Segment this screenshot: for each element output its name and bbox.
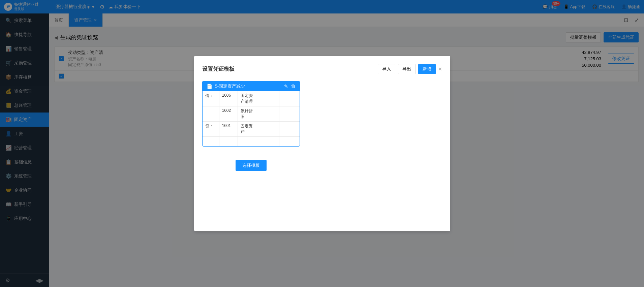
entry-direction-1: 借： (203, 91, 219, 106)
entry-name-3: 固定资产 (238, 122, 259, 136)
delete-template-icon[interactable]: 🗑 (291, 84, 296, 89)
new-template-button[interactable]: 新增 (418, 64, 436, 74)
entry-direction-2 (203, 106, 219, 121)
entry-code-1: 1606 (219, 91, 238, 106)
entry-name-1: 固定资产清理 (238, 91, 259, 106)
modal-title: 设置凭证模板 (202, 66, 235, 73)
template-name: 5-固定资产减少 (215, 83, 245, 89)
import-button[interactable]: 导入 (378, 64, 395, 74)
entry-credit-3 (279, 122, 300, 136)
entry-debit-2 (259, 106, 279, 121)
template-card: 📄 5-固定资产减少 ✎ 🗑 借： 1606 固定资产清理 (202, 81, 300, 147)
entry-debit-empty (259, 137, 279, 146)
modal-header: 设置凭证模板 导入 导出 新增 × (202, 64, 442, 74)
entry-credit-2 (279, 106, 300, 121)
modal-close-button[interactable]: × (438, 66, 442, 73)
edit-template-icon[interactable]: ✎ (284, 84, 288, 89)
entry-debit-3 (259, 122, 279, 136)
template-card-header: 📄 5-固定资产减少 ✎ 🗑 (203, 81, 300, 91)
template-title-area: 📄 5-固定资产减少 (207, 83, 245, 89)
select-template-area: 选择模板 (202, 153, 300, 171)
entry-code-2: 1602 (219, 106, 238, 121)
entry-name-2: 累计折旧 (238, 106, 259, 121)
entry-debit-1 (259, 91, 279, 106)
export-button[interactable]: 导出 (398, 64, 416, 74)
entry-direction-3: 贷： (203, 122, 219, 136)
entry-credit-1 (279, 91, 300, 106)
entry-code-empty (219, 137, 238, 146)
document-icon: 📄 (207, 84, 212, 89)
select-template-button[interactable]: 选择模板 (236, 160, 267, 171)
modal-overlay: 设置凭证模板 导入 导出 新增 × 📄 5-固定资产减少 ✎ 🗑 (0, 0, 644, 287)
template-action-icons: ✎ 🗑 (284, 84, 296, 89)
modal-actions: 导入 导出 新增 (378, 64, 436, 74)
entry-direction-empty (203, 137, 219, 146)
entry-name-empty (238, 137, 259, 146)
entry-code-3: 1601 (219, 122, 238, 136)
modal-set-template: 设置凭证模板 导入 导出 新增 × 📄 5-固定资产减少 ✎ 🗑 (194, 56, 450, 231)
template-entries: 借： 1606 固定资产清理 1602 累计折旧 贷： 160 (203, 91, 300, 146)
entry-credit-empty (279, 137, 300, 146)
